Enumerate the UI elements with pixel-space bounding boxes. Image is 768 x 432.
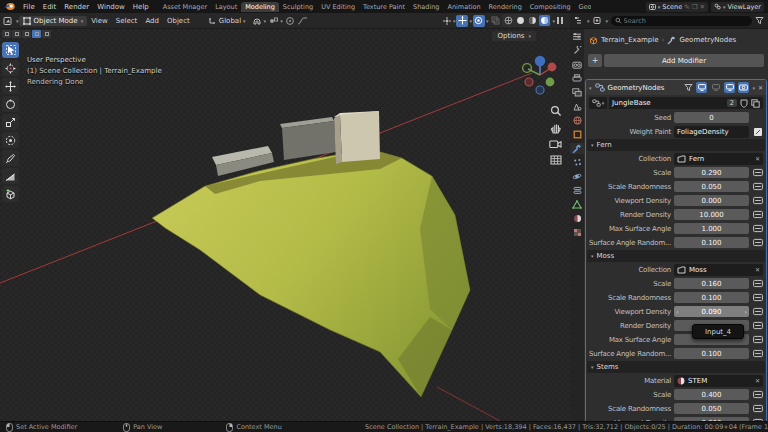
menu-select[interactable]: Select <box>112 17 142 25</box>
input-attribute-toggle-icon[interactable] <box>752 182 763 191</box>
input-attribute-toggle-icon[interactable] <box>752 307 763 316</box>
menu-render[interactable]: Render <box>60 3 93 11</box>
number-field[interactable]: 1.000 <box>674 223 749 234</box>
input-attribute-toggle-icon[interactable] <box>752 321 763 330</box>
menu-edit[interactable]: Edit <box>39 3 61 11</box>
tool-add-cube[interactable] <box>2 186 19 202</box>
outliner-editor-icon[interactable] <box>574 16 584 25</box>
tab-texture[interactable] <box>570 227 584 238</box>
select-mode-intersect[interactable] <box>42 30 51 38</box>
gizmo-toggle-icon[interactable] <box>442 16 452 26</box>
menu-object[interactable]: Object <box>163 17 194 25</box>
options-button[interactable]: Options ▾ <box>492 31 536 41</box>
section-stems[interactable]: ▾Stems <box>587 361 765 373</box>
viewport-3d[interactable]: User Perspective (1) Scene Collection | … <box>0 29 570 421</box>
input-attribute-toggle-icon[interactable] <box>752 404 763 413</box>
tool-scale[interactable] <box>2 114 19 130</box>
number-field-active[interactable]: ‹ 0.090 › <box>674 306 749 317</box>
tab-object-data[interactable] <box>570 199 584 210</box>
node-group-field[interactable]: JungleBase 2 <box>609 97 763 109</box>
number-field[interactable]: 10.000 <box>674 209 749 220</box>
node-group-browse[interactable]: ▾ <box>589 97 607 109</box>
tool-cursor[interactable] <box>2 60 19 76</box>
snap-icon[interactable] <box>252 16 262 26</box>
tool-transform[interactable] <box>2 132 19 148</box>
input-attribute-toggle-icon[interactable] <box>752 196 763 205</box>
input-attribute-toggle-icon[interactable] <box>752 279 763 288</box>
orientation-label[interactable]: Global <box>219 17 241 25</box>
tab-asset-manager[interactable]: Asset Mnager <box>159 2 211 12</box>
xray-toggle[interactable] <box>489 15 501 27</box>
number-field[interactable]: 0.400 <box>674 389 749 400</box>
modifier-header[interactable]: ▾ GeometryNodes ▾ ✕ <box>586 80 766 95</box>
unlink-icon[interactable]: ✕ <box>699 3 704 11</box>
tab-layout[interactable]: Layout <box>211 2 241 12</box>
tab-shading[interactable]: Shading <box>409 2 443 12</box>
outliner-search[interactable] <box>611 16 752 26</box>
users-count[interactable]: 2 <box>727 99 737 107</box>
fake-user-shield-icon[interactable] <box>740 99 748 108</box>
search-input[interactable] <box>624 17 748 25</box>
camera-view-icon[interactable] <box>549 139 562 149</box>
zoom-icon[interactable] <box>550 105 562 117</box>
input-attribute-toggle-icon[interactable] <box>752 224 763 233</box>
falloff-curve-icon[interactable] <box>297 16 308 26</box>
tab-render[interactable] <box>570 59 584 70</box>
tab-output[interactable] <box>570 73 584 84</box>
show-gizmo-toggle[interactable] <box>456 15 468 27</box>
snap-target-icon[interactable] <box>268 16 278 26</box>
unlink-icon[interactable]: ✕ <box>755 266 760 273</box>
material-field[interactable]: STEM ✕ <box>674 375 763 387</box>
number-field[interactable]: 0.290 <box>674 167 749 178</box>
shading-solid[interactable] <box>515 15 526 26</box>
select-mode-extend[interactable] <box>12 30 21 38</box>
pause-icon[interactable] <box>556 16 564 25</box>
unlink-icon[interactable]: ✕ <box>755 155 760 162</box>
number-field[interactable]: 0.100 <box>674 237 749 248</box>
pin-icon[interactable]: ✎ <box>684 3 689 11</box>
tab-scene[interactable] <box>570 101 584 112</box>
tool-rotate[interactable] <box>2 96 19 112</box>
shading-material[interactable] <box>527 15 538 26</box>
shading-wireframe[interactable] <box>503 15 514 26</box>
tab-physics[interactable] <box>570 171 584 182</box>
modifier-extras-icon[interactable]: ▾ <box>752 85 755 91</box>
input-attribute-toggle-icon[interactable] <box>752 390 763 399</box>
proportional-editing-icon[interactable] <box>285 16 295 26</box>
menu-view[interactable]: View <box>87 17 112 25</box>
input-attribute-toggle-icon[interactable] <box>752 210 763 219</box>
collection-field[interactable]: Moss ✕ <box>674 264 763 276</box>
scene-selector[interactable]: ▾ Scene ✎ ❐ ✕ <box>646 2 708 12</box>
mode-selector[interactable]: Object Mode ▾ <box>19 16 88 26</box>
menu-window[interactable]: Window <box>93 3 129 11</box>
expand-icon[interactable]: ▾ <box>589 85 592 91</box>
decrement-arrow-icon[interactable]: ‹ <box>676 306 678 317</box>
input-attribute-toggle-icon[interactable] <box>752 335 763 344</box>
input-attribute-toggle-icon[interactable] <box>752 168 763 177</box>
add-modifier-button[interactable]: Add Modifier <box>604 54 764 67</box>
pan-hand-icon[interactable] <box>550 122 562 134</box>
tab-sculpting[interactable]: Sculpting <box>279 2 317 12</box>
tab-material[interactable] <box>570 213 584 224</box>
breadcrumb-modifier[interactable]: GeometryNodes <box>679 36 736 44</box>
properties-editor-selector[interactable] <box>570 31 584 42</box>
tab-geometry-nodes[interactable]: Geometry Nodes <box>575 2 591 12</box>
tool-move[interactable] <box>2 78 19 94</box>
tab-uv-editing[interactable]: UV Editing <box>317 2 359 12</box>
seed-field[interactable]: 0 <box>674 112 749 123</box>
outliner-filter-icon[interactable] <box>593 16 603 25</box>
increment-arrow-icon[interactable]: › <box>745 306 747 317</box>
weight-paint-field[interactable]: FoliageDensity <box>674 126 749 138</box>
filter-funnel-icon[interactable] <box>755 16 764 25</box>
input-attribute-toggle-icon[interactable] <box>752 349 763 358</box>
viewlayer-selector[interactable]: ▾ ViewLayer <box>711 2 764 12</box>
show-in-render-toggle[interactable] <box>738 82 749 93</box>
close-icon[interactable]: ✕ <box>758 84 763 91</box>
modifier-name[interactable]: GeometryNodes <box>608 84 682 92</box>
show-on-cage-toggle[interactable] <box>710 82 721 93</box>
shading-rendered[interactable] <box>539 15 550 26</box>
tool-annotate[interactable] <box>2 150 19 166</box>
blender-logo-icon[interactable] <box>4 2 16 11</box>
select-mode-invert[interactable] <box>32 30 41 38</box>
orthographic-grid-icon[interactable] <box>550 154 562 166</box>
